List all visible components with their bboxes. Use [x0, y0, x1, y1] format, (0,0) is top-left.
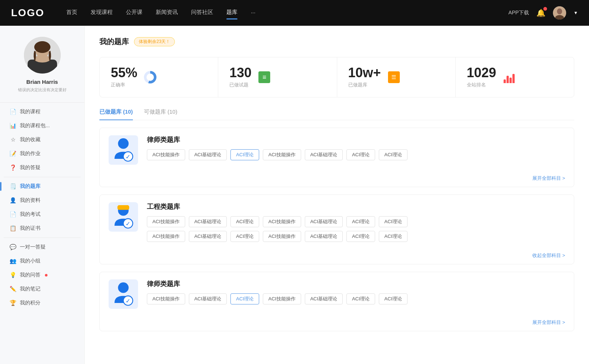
bank-tag[interactable]: ACI技能操作	[263, 216, 301, 227]
bank-tag[interactable]: ACI基础理论	[189, 293, 227, 304]
tab-已做题库 (10)[interactable]: 已做题库 (10)	[99, 108, 133, 120]
user-avatar[interactable]	[553, 6, 566, 19]
sidebar-label-homework: 我的作业	[20, 150, 40, 157]
bank-tag[interactable]: ACI理论	[230, 231, 259, 242]
bank-info: 律师类题库 ACI技能操作ACI基础理论ACI理论ACI技能操作ACI基础理论A…	[147, 279, 565, 304]
bank-expand[interactable]: 展开全部科目 >	[100, 316, 574, 331]
stat-value: 1029	[467, 66, 496, 79]
bank-tag[interactable]: ACI理论	[379, 293, 408, 304]
stat-label: 正确率	[111, 82, 137, 88]
topnav-right: APP下载 🔔 ▼	[508, 6, 578, 19]
sidebar-label-my-qa: 我的问答	[20, 272, 40, 278]
bank-section-2: ✓ 律师类题库 ACI技能操作ACI基础理论ACI理论ACI技能操作ACI基础理…	[99, 272, 574, 331]
nav-item-公开课[interactable]: 公开课	[126, 9, 142, 17]
sidebar-item-courses[interactable]: 📄我的课程	[4, 105, 81, 119]
sidebar-item-qa[interactable]: ❓我的答疑	[4, 161, 81, 175]
sidebar: Brian Harris 错误的决定比没有决定要好 📄我的课程📊我的课程包...…	[0, 26, 85, 364]
bank-tag[interactable]: ACI理论	[346, 231, 375, 242]
bank-icon: ✓	[109, 279, 138, 309]
svg-point-6	[34, 55, 50, 63]
bank-section-1: ✓ 工程类题库 ACI技能操作ACI基础理论ACI理论ACI技能操作ACI基础理…	[99, 195, 574, 264]
bank-tag[interactable]: ACI基础理论	[305, 216, 343, 227]
list-icon: ☰	[387, 70, 401, 84]
nav-item-新闻资讯[interactable]: 新闻资讯	[156, 9, 178, 17]
bank-tag[interactable]: ACI基础理论	[189, 216, 227, 227]
bank-tag[interactable]: ACI技能操作	[263, 293, 301, 304]
bank-tag[interactable]: ACI理论	[346, 293, 375, 304]
bar-chart-icon	[502, 70, 516, 84]
bank-tag[interactable]: ACI基础理论	[189, 149, 227, 160]
bank-content: ✓ 工程类题库 ACI技能操作ACI基础理论ACI理论ACI技能操作ACI基础理…	[100, 195, 574, 249]
homework-icon: 📝	[10, 150, 16, 157]
sidebar-label-courses: 我的课程	[20, 108, 40, 115]
trial-badge: 体验剩余23天！	[134, 37, 175, 46]
bank-content: ✓ 律师类题库 ACI技能操作ACI基础理论ACI理论ACI技能操作ACI基础理…	[100, 128, 574, 172]
bank-tag[interactable]: ACI理论	[379, 149, 408, 160]
svg-rect-12	[117, 205, 129, 210]
bank-tag[interactable]: ACI基础理论	[305, 293, 343, 304]
bank-tag[interactable]: ACI理论	[230, 149, 259, 160]
bank-expand[interactable]: 收起全部科目 >	[100, 249, 574, 264]
bank-tag[interactable]: ACI理论	[230, 293, 259, 304]
sidebar-label-profile: 我的资料	[20, 197, 40, 204]
bank-content: ✓ 律师类题库 ACI技能操作ACI基础理论ACI理论ACI技能操作ACI基础理…	[100, 272, 574, 316]
sidebar-label-points: 我的积分	[20, 300, 40, 306]
bank-section-0: ✓ 律师类题库 ACI技能操作ACI基础理论ACI理论ACI技能操作ACI基础理…	[99, 128, 574, 187]
bank-tag[interactable]: ACI理论	[379, 216, 408, 227]
sidebar-item-question-bank[interactable]: 🗒️我的题库	[4, 179, 81, 193]
page-header: 我的题库 体验剩余23天！	[99, 37, 574, 47]
bank-tag[interactable]: ACI理论	[230, 216, 259, 227]
qa-icon: ❓	[10, 164, 16, 171]
sidebar-item-exam[interactable]: 📄我的考试	[4, 207, 81, 221]
stats-row: 55% 正确率 130 已做试题 ≡ 10w+ 已做题库 ☰ 1029 全站排名	[99, 57, 574, 97]
sidebar-label-qa: 我的答疑	[20, 164, 40, 171]
stat-全站排名: 1029 全站排名	[456, 57, 574, 97]
svg-point-8	[118, 138, 129, 149]
bank-tags: ACI技能操作ACI基础理论ACI理论ACI技能操作ACI基础理论ACI理论AC…	[147, 216, 565, 227]
bank-tag[interactable]: ACI技能操作	[263, 231, 301, 242]
my-qa-icon: 💡	[10, 272, 16, 278]
one-on-one-icon: 💬	[10, 244, 16, 250]
bank-name: 工程类题库	[147, 202, 565, 211]
sidebar-label-groups: 我的小组	[20, 258, 40, 264]
sidebar-item-one-on-one[interactable]: 💬一对一答疑	[4, 240, 81, 254]
nav-item-题库[interactable]: 题库	[226, 9, 237, 17]
sidebar-item-course-packages[interactable]: 📊我的课程包...	[4, 119, 81, 133]
bank-tag[interactable]: ACI基础理论	[305, 149, 343, 160]
notes-icon: ✏️	[10, 286, 16, 292]
sidebar-item-notes[interactable]: ✏️我的笔记	[4, 282, 81, 296]
notification-bell[interactable]: 🔔	[536, 8, 546, 17]
bank-tag[interactable]: ACI技能操作	[263, 149, 301, 160]
bank-tag[interactable]: ACI理论	[346, 216, 375, 227]
bank-tag[interactable]: ACI技能操作	[147, 231, 185, 242]
bank-tag[interactable]: ACI技能操作	[147, 293, 185, 304]
user-menu-chevron[interactable]: ▼	[574, 10, 578, 15]
sidebar-item-points[interactable]: 🏆我的积分	[4, 296, 81, 310]
courses-icon: 📄	[10, 108, 16, 115]
bank-tag[interactable]: ACI理论	[379, 231, 408, 242]
bank-tag[interactable]: ACI基础理论	[305, 231, 343, 242]
sidebar-item-groups[interactable]: 👥我的小组	[4, 254, 81, 268]
sidebar-item-certificate[interactable]: 📋我的证书	[4, 221, 81, 235]
bank-tag[interactable]: ACI理论	[346, 149, 375, 160]
svg-text:✓: ✓	[126, 221, 130, 227]
sidebar-item-profile[interactable]: 👤我的资料	[4, 193, 81, 207]
tab-可做题库 (10)[interactable]: 可做题库 (10)	[144, 108, 177, 120]
nav-menu: 首页发现课程公开课新闻资讯问答社区题库···	[66, 9, 508, 17]
svg-text:✓: ✓	[126, 154, 130, 160]
exam-icon: 📄	[10, 211, 16, 218]
nav-item-问答社区[interactable]: 问答社区	[191, 9, 213, 17]
sidebar-item-favorites[interactable]: ☆我的收藏	[4, 133, 81, 147]
favorites-icon: ☆	[10, 136, 16, 143]
bank-tag[interactable]: ACI基础理论	[189, 231, 227, 242]
stat-已做题库: 10w+ 已做题库 ☰	[337, 57, 456, 97]
nav-item-···[interactable]: ···	[251, 9, 255, 17]
bank-tag[interactable]: ACI技能操作	[147, 216, 185, 227]
sidebar-item-my-qa[interactable]: 💡我的问答	[4, 268, 81, 282]
bank-expand[interactable]: 展开全部科目 >	[100, 172, 574, 187]
bank-tag[interactable]: ACI技能操作	[147, 149, 185, 160]
app-download[interactable]: APP下载	[508, 10, 529, 16]
nav-item-发现课程[interactable]: 发现课程	[91, 9, 113, 17]
nav-item-首页[interactable]: 首页	[66, 9, 77, 17]
sidebar-item-homework[interactable]: 📝我的作业	[4, 147, 81, 161]
